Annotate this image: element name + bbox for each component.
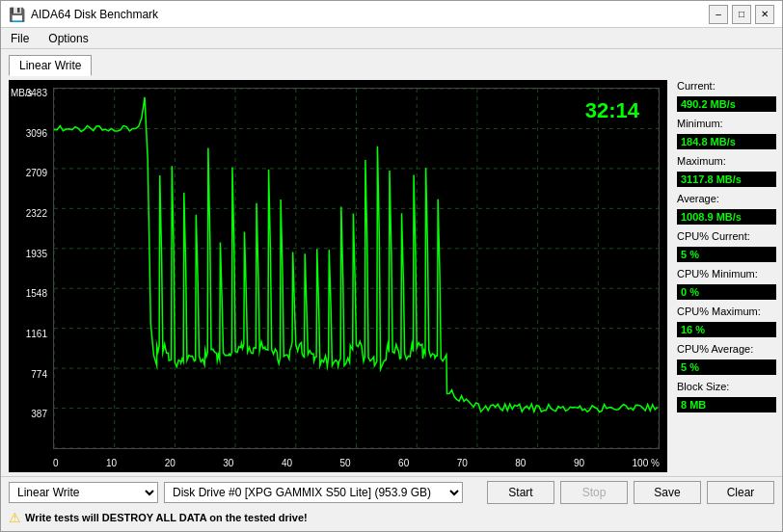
x-axis-labels: 0 10 20 30 40 50 60 70 80 90 100 % [53, 458, 660, 468]
main-window: 💾 AIDA64 Disk Benchmark – □ ✕ File Optio… [0, 0, 783, 532]
y-label-5: 1548 [26, 288, 47, 299]
controls-row: Linear Write Linear Read Random Write Ra… [9, 481, 774, 504]
timestamp: 32:14 [585, 98, 639, 123]
warning-text: Write tests will DESTROY ALL DATA on the… [25, 512, 308, 523]
y-axis-labels: 3483 3096 2709 2322 1935 1548 1161 774 3… [9, 88, 51, 449]
x-label-7: 70 [457, 458, 468, 468]
minimum-label: Minimum: [677, 118, 776, 129]
current-label: Current: [677, 80, 776, 92]
title-bar-left: 💾 AIDA64 Disk Benchmark [9, 7, 158, 22]
cpu-current-label: CPU% Current: [677, 230, 776, 242]
tab-bar: Linear Write [1, 49, 782, 76]
cpu-maximum-label: CPU% Maximum: [677, 306, 776, 317]
x-label-1: 10 [106, 458, 117, 468]
cpu-minimum-value: 0 % [677, 284, 776, 300]
chart-container: MB/s 3483 3096 2709 2322 1935 1548 1161 … [9, 80, 667, 472]
title-controls: – □ ✕ [709, 5, 774, 24]
drive-dropdown[interactable]: Disk Drive #0 [XPG GAMMIX S50 Lite] (953… [164, 482, 463, 503]
close-button[interactable]: ✕ [755, 5, 774, 24]
cpu-current-value: 5 % [677, 247, 776, 262]
x-label-10: 100 % [633, 458, 660, 468]
x-label-3: 30 [223, 458, 233, 468]
maximize-button[interactable]: □ [732, 5, 751, 24]
cpu-average-label: CPU% Average: [677, 343, 776, 355]
clear-button[interactable]: Clear [707, 481, 774, 504]
cpu-average-value: 5 % [677, 359, 776, 375]
x-label-8: 80 [515, 458, 526, 468]
y-label-4: 1935 [26, 249, 47, 259]
x-label-2: 20 [165, 458, 176, 468]
current-value: 490.2 MB/s [677, 96, 776, 112]
minimum-value: 184.8 MB/s [677, 134, 776, 149]
y-label-8: 387 [31, 409, 47, 419]
y-label-3: 2322 [26, 208, 47, 219]
menu-options[interactable]: Options [42, 30, 94, 47]
y-label-1: 3096 [26, 128, 47, 139]
warning-row: ⚠ Write tests will DESTROY ALL DATA on t… [9, 508, 774, 527]
x-label-6: 60 [398, 458, 409, 468]
menu-file[interactable]: File [5, 30, 35, 47]
save-button[interactable]: Save [634, 481, 701, 504]
x-label-0: 0 [53, 458, 59, 468]
block-size-value: 8 MB [677, 397, 776, 412]
x-label-9: 90 [574, 458, 584, 468]
title-bar: 💾 AIDA64 Disk Benchmark – □ ✕ [1, 1, 782, 28]
average-value: 1008.9 MB/s [677, 209, 776, 225]
stop-button[interactable]: Stop [560, 481, 628, 504]
cpu-maximum-value: 16 % [677, 322, 776, 337]
menu-bar: File Options [1, 28, 782, 49]
minimize-button[interactable]: – [709, 5, 728, 24]
tab-linear-write[interactable]: Linear Write [9, 55, 92, 76]
maximum-value: 3117.8 MB/s [677, 172, 776, 187]
x-label-5: 50 [339, 458, 350, 468]
start-button[interactable]: Start [487, 481, 554, 504]
content-area: MB/s 3483 3096 2709 2322 1935 1548 1161 … [1, 76, 782, 476]
maximum-label: Maximum: [677, 155, 776, 167]
average-label: Average: [677, 193, 776, 204]
app-icon: 💾 [9, 7, 25, 22]
y-label-2: 2709 [26, 168, 47, 178]
window-title: AIDA64 Disk Benchmark [31, 8, 158, 21]
block-size-label: Block Size: [677, 381, 776, 392]
bottom-panel: Linear Write Linear Read Random Write Ra… [1, 476, 782, 531]
x-label-4: 40 [282, 458, 292, 468]
test-type-dropdown[interactable]: Linear Write Linear Read Random Write Ra… [9, 482, 158, 503]
y-label-0: 3483 [26, 88, 47, 98]
y-label-7: 774 [31, 369, 47, 380]
cpu-minimum-label: CPU% Minimum: [677, 268, 776, 279]
action-buttons: Start Stop Save Clear [469, 481, 774, 504]
stats-panel: Current: 490.2 MB/s Minimum: 184.8 MB/s … [671, 76, 782, 476]
y-label-6: 1161 [26, 329, 47, 339]
chart-canvas [54, 89, 659, 448]
chart-panel: MB/s 3483 3096 2709 2322 1935 1548 1161 … [9, 80, 667, 472]
warning-icon: ⚠ [9, 510, 21, 525]
chart-area: 32:14 [53, 88, 660, 449]
